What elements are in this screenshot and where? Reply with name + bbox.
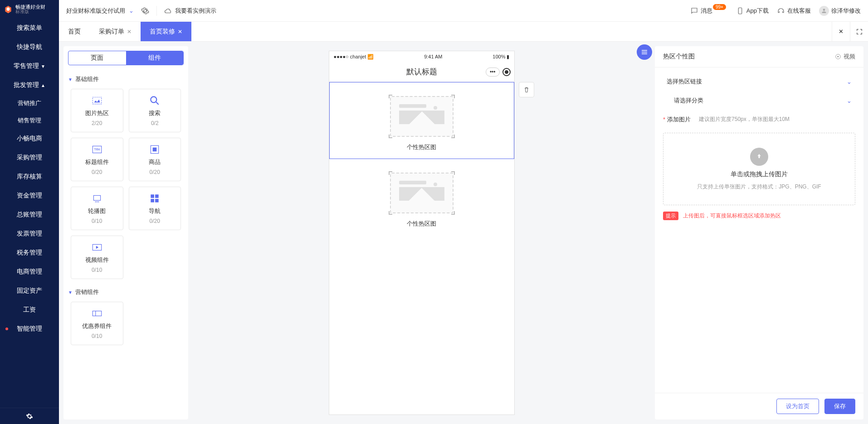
nav-tax[interactable]: 税务管理 <box>0 243 59 262</box>
svg-point-8 <box>95 202 96 202</box>
wifi-icon: 📶 <box>367 54 374 59</box>
nav-inventory[interactable]: 库存核算 <box>0 167 59 186</box>
card-product[interactable]: 商品0/20 <box>129 138 181 181</box>
settings-icon[interactable] <box>26 413 33 420</box>
brand-logo-icon <box>4 5 13 14</box>
caret-down-icon: ▼ <box>68 290 73 295</box>
image-placeholder-icon <box>390 173 454 213</box>
select-hotspot-link[interactable]: 选择热区链接⌄ <box>663 72 855 91</box>
nav-funds[interactable]: 资金管理 <box>0 186 59 205</box>
video-help-link[interactable]: 视频 <box>835 53 855 61</box>
card-search[interactable]: 搜索0/2 <box>129 89 181 132</box>
tabs-close-all[interactable]: ✕ <box>832 22 850 42</box>
fullscreen-button[interactable] <box>850 22 868 42</box>
image-placeholder-icon <box>390 96 454 137</box>
avatar-icon <box>819 6 829 16</box>
nav-purchase[interactable]: 采购管理 <box>0 148 59 167</box>
svg-rect-1 <box>93 97 102 104</box>
set-home-button[interactable]: 设为首页 <box>776 399 819 414</box>
chat-icon <box>690 7 698 15</box>
tabs-bar: 首页 采购订单✕ 首页装修✕ ✕ <box>59 22 868 42</box>
props-title: 热区个性图 <box>663 53 695 61</box>
nav-wholesale[interactable]: 批发管理▲ <box>0 76 59 95</box>
svg-point-2 <box>151 96 157 102</box>
nav-marketing[interactable]: 营销推广 <box>0 95 59 112</box>
group-basic-header[interactable]: ▼基础组件 <box>68 72 184 87</box>
phone-preview: ●●●●○ chanjet 📶 9:41 AM 100% ▮ 默认标题 ••• <box>329 51 515 415</box>
title-icon: Title <box>91 144 103 155</box>
card-coupon[interactable]: 优惠券组件0/10 <box>71 302 123 345</box>
nav-ledger[interactable]: 总账管理 <box>0 205 59 224</box>
svg-text:Title: Title <box>94 147 100 151</box>
nav-sales[interactable]: 销售管理 <box>0 112 59 129</box>
add-image-hint: 建议图片宽度750px，单张图最大10M <box>699 116 790 123</box>
svg-rect-7 <box>93 196 100 201</box>
card-title[interactable]: Title标题组件0/20 <box>71 138 123 181</box>
properties-panel: 热区个性图 视频 选择热区链接⌄ 请选择分类⌄ *添加图片 建议图片宽度750p… <box>655 46 863 419</box>
phone-icon <box>736 7 744 15</box>
canvas-block-2[interactable]: 个性热区图 <box>329 159 514 235</box>
phone-status-bar: ●●●●○ chanjet 📶 9:41 AM 100% ▮ <box>329 51 514 62</box>
seg-components[interactable]: 组件 <box>126 51 184 65</box>
menu-fab[interactable] <box>637 44 652 60</box>
left-sidebar: 畅捷通好业财 标准版 搜索菜单 快捷导航 零售管理▼ 批发管理▲ 营销推广 销售… <box>0 0 59 424</box>
nav-retail[interactable]: 零售管理▼ <box>0 57 59 76</box>
seg-page[interactable]: 页面 <box>68 51 126 65</box>
canvas-block-1[interactable]: 个性热区图 <box>329 82 514 159</box>
target-icon[interactable] <box>502 68 511 76</box>
svg-rect-14 <box>155 199 159 202</box>
messages-button[interactable]: 消息 99+ <box>690 7 728 15</box>
card-image-hotspot[interactable]: 图片热区2/20 <box>71 89 123 132</box>
close-icon[interactable]: ✕ <box>127 29 132 35</box>
save-button[interactable]: 保存 <box>824 399 855 414</box>
group-marketing-header[interactable]: ▼营销组件 <box>68 284 184 300</box>
nav-search-menu[interactable]: 搜索菜单 <box>0 19 59 38</box>
tip-badge: 提示 <box>663 212 678 220</box>
upload-dropzone[interactable]: 单击或拖拽上传图片 只支持上传单张图片，支持格式：JPG、PNG、GIF <box>663 133 855 205</box>
card-carousel[interactable]: 轮播图0/10 <box>71 187 123 230</box>
upload-icon <box>750 148 768 166</box>
user-menu[interactable]: 徐泽华修改 <box>819 6 861 16</box>
search-icon <box>149 95 161 106</box>
trial-selector[interactable]: 好业财标准版交付试用 ⌄ <box>66 7 134 15</box>
svg-rect-11 <box>151 194 155 198</box>
delete-block-button[interactable] <box>519 82 534 97</box>
nav-ai[interactable]: 智能管理 <box>0 319 59 338</box>
chevron-down-icon: ⌄ <box>847 97 852 104</box>
card-nav[interactable]: 导航0/20 <box>129 187 181 230</box>
nav-invoice[interactable]: 发票管理 <box>0 224 59 243</box>
customer-service-button[interactable]: 在线客服 <box>777 7 811 15</box>
cloud-icon <box>164 7 172 15</box>
card-video[interactable]: 视频组件0/10 <box>71 236 123 279</box>
gear-icon[interactable] <box>141 7 149 15</box>
logo: 畅捷通好业财 标准版 <box>0 0 59 19</box>
svg-point-10 <box>98 202 99 202</box>
nav-quick-nav[interactable]: 快捷导航 <box>0 38 59 57</box>
svg-rect-13 <box>151 199 155 202</box>
close-icon[interactable]: ✕ <box>178 29 182 35</box>
add-image-label: 添加图片 <box>667 116 691 123</box>
tip-text: 上传图后，可直接鼠标框选区域添加热区 <box>683 212 781 220</box>
status-time: 9:41 AM <box>424 54 442 59</box>
play-circle-icon <box>835 53 841 60</box>
more-icon[interactable]: ••• <box>486 67 500 77</box>
demo-link[interactable]: 我要看实例演示 <box>164 7 216 15</box>
phone-page-title: 默认标题 <box>406 67 437 77</box>
select-category[interactable]: 请选择分类⌄ <box>663 91 855 110</box>
messages-badge: 99+ <box>713 4 726 10</box>
nav-ecommerce-xc[interactable]: 小畅电商 <box>0 129 59 148</box>
nav-ecommerce[interactable]: 电商管理 <box>0 262 59 281</box>
edition-label: 标准版 <box>15 10 45 14</box>
chevron-down-icon: ⌄ <box>847 78 852 85</box>
nav-salary[interactable]: 工资 <box>0 300 59 319</box>
nav-fixed-assets[interactable]: 固定资产 <box>0 281 59 300</box>
phone-title-bar: 默认标题 ••• <box>329 62 514 82</box>
tab-home-decorate[interactable]: 首页装修✕ <box>141 22 191 41</box>
nav-list: 搜索菜单 快捷导航 零售管理▼ 批发管理▲ 营销推广 销售管理 小畅电商 采购管… <box>0 19 59 408</box>
tab-home[interactable]: 首页 <box>59 22 90 41</box>
app-download-button[interactable]: App下载 <box>736 7 769 15</box>
grid-icon <box>149 193 161 204</box>
components-panel: 页面 组件 ▼基础组件 图片热区2/20 搜索0/2 Title标题组件0/20… <box>63 46 188 419</box>
menu-icon <box>640 48 649 56</box>
tab-purchase-order[interactable]: 采购订单✕ <box>90 22 141 41</box>
